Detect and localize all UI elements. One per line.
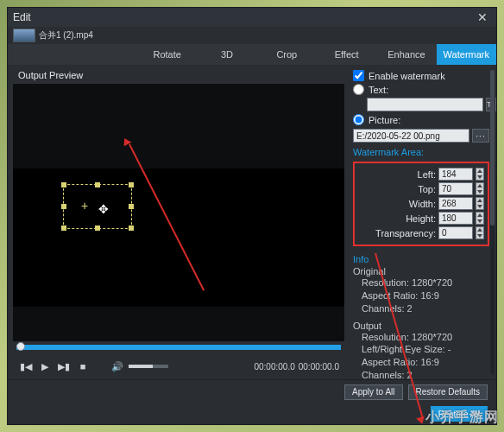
tab-rotate[interactable]: Rotate [137,44,197,65]
wm-left-row: Left: [358,168,484,181]
info-head: Info [353,254,489,264]
watermark-panel: Enable watermark Text: T ▮ Picture: ··· … [344,65,496,379]
wm-top-label: Top: [418,184,436,194]
prev-frame-icon: ▮◀ [20,361,32,372]
timeline-playhead[interactable] [16,342,25,351]
tab-crop[interactable]: Crop [257,44,317,65]
time-display: 00:00:00.0 00:00:00.0 [254,362,339,372]
info-output-resolution: Resolution: 1280*720 [362,331,489,344]
stop-icon: ■ [80,361,86,372]
site-watermark: 小乔手游网 [425,409,499,427]
wm-text-input[interactable] [367,98,483,111]
wm-handle-b[interactable] [95,226,100,231]
tab-effect[interactable]: Effect [317,44,376,65]
wm-handle-tl[interactable] [61,182,66,187]
wm-trans-row: Transparency: [358,226,484,239]
wm-trans-spinner[interactable] [476,226,484,239]
wm-height-label: Height: [406,213,436,224]
wm-width-spinner[interactable] [476,197,484,210]
wm-height-row: Height: [358,212,484,225]
wm-left-spinner[interactable] [476,168,484,181]
preview-pane: Output Preview + ✥ [8,65,344,379]
wm-trans-input[interactable] [438,226,473,239]
volume-button[interactable]: 🔊 [110,359,125,374]
wm-text-label: Text: [369,85,388,95]
color-icon: ▮ [496,100,497,109]
time-current: 00:00:00.0 [254,362,294,372]
wm-left-input[interactable] [438,168,473,181]
wm-area-head: Watermark Area: [353,147,489,157]
timeline[interactable] [16,345,341,350]
wm-picture-path-row: ··· [353,129,489,143]
wm-picture-browse-button[interactable]: ··· [472,129,489,143]
preview-canvas[interactable]: + ✥ [13,84,344,341]
wm-left-label: Left: [418,169,436,180]
info-output-aspect: Aspect Ratio: 16:9 [362,356,489,369]
file-thumbnail[interactable] [13,29,35,42]
player-controls: ▮◀ ▶ ▶▮ ■ 🔊 00:00:00.0 00:00:00.0 [13,353,344,379]
wm-picture-radio-row[interactable]: Picture: [353,114,489,125]
time-total: 00:00:00.0 [299,362,339,372]
edit-window: Edit ✕ 合并1 (2).mp4 Rotate 3D Crop Effect… [7,7,497,425]
apply-to-all-button[interactable]: Apply to All [344,384,402,400]
volume-icon: 🔊 [111,361,123,372]
timeline-row [13,341,344,353]
wm-text-radio-row[interactable]: Text: [353,84,489,95]
close-icon: ✕ [477,10,488,24]
enable-watermark-checkbox[interactable] [353,70,364,81]
info-original-channels: Channels: 2 [362,302,489,315]
main-area: Output Preview + ✥ [8,65,496,379]
wm-handle-t[interactable] [95,182,100,187]
stop-button[interactable]: ■ [75,359,91,374]
wm-height-spinner[interactable] [476,212,484,225]
tab-bar: Rotate 3D Crop Effect Enhance Watermark [8,44,496,65]
info-output-head: Output [353,321,489,331]
titlebar: Edit ✕ [8,8,496,27]
wm-text-radio[interactable] [353,84,364,95]
wm-height-input[interactable] [438,212,473,225]
volume-slider[interactable] [129,365,168,368]
info-output-channels: Channels: 2 [362,369,489,379]
dialog-footer: Apply to All Restore Defaults [8,379,496,403]
restore-defaults-button[interactable]: Restore Defaults [408,384,488,400]
prev-frame-button[interactable]: ▮◀ [18,359,34,374]
info-original-aspect: Aspect Ratio: 16:9 [362,289,489,302]
wm-picture-radio[interactable] [353,114,364,125]
wm-text-input-row: T ▮ [367,98,489,111]
close-button[interactable]: ✕ [474,9,491,26]
wm-width-row: Width: [358,197,484,210]
wm-trans-label: Transparency: [375,228,436,238]
browse-icon: ··· [476,131,485,141]
tab-enhance[interactable]: Enhance [376,44,436,65]
tab-watermark[interactable]: Watermark [437,44,496,65]
wm-width-label: Width: [409,199,436,209]
wm-picture-path-input[interactable] [353,129,469,143]
info-original-head: Original [353,266,489,276]
wm-text-color-button[interactable]: ▮ [495,98,497,111]
watermark-box[interactable]: + ✥ [63,184,132,229]
play-button[interactable]: ▶ [37,359,53,374]
play-icon: ▶ [41,361,48,372]
wm-handle-br[interactable] [129,226,134,231]
wm-area-highlight: Left: Top: Width: Height: [353,162,489,246]
scrollbar-thumb[interactable] [490,70,495,226]
wm-handle-tr[interactable] [129,182,134,187]
wm-top-input[interactable] [438,182,473,195]
wm-picture-label: Picture: [369,115,400,125]
file-name: 合并1 (2).mp4 [39,29,93,41]
wm-top-spinner[interactable] [476,182,484,195]
wm-move-icon: ✥ [98,202,109,216]
tab-3d[interactable]: 3D [197,44,256,65]
window-title: Edit [13,11,474,23]
wm-handle-l[interactable] [61,204,66,209]
next-frame-button[interactable]: ▶▮ [56,359,72,374]
file-thumb-row: 合并1 (2).mp4 [8,27,496,44]
wm-handle-bl[interactable] [61,226,66,231]
wm-handle-r[interactable] [129,204,134,209]
wm-center-plus-icon: + [81,199,88,213]
preview-label: Output Preview [13,70,344,84]
wm-top-row: Top: [358,182,484,195]
wm-width-input[interactable] [438,197,473,210]
enable-watermark-row[interactable]: Enable watermark [353,70,489,81]
next-frame-icon: ▶▮ [58,361,70,372]
